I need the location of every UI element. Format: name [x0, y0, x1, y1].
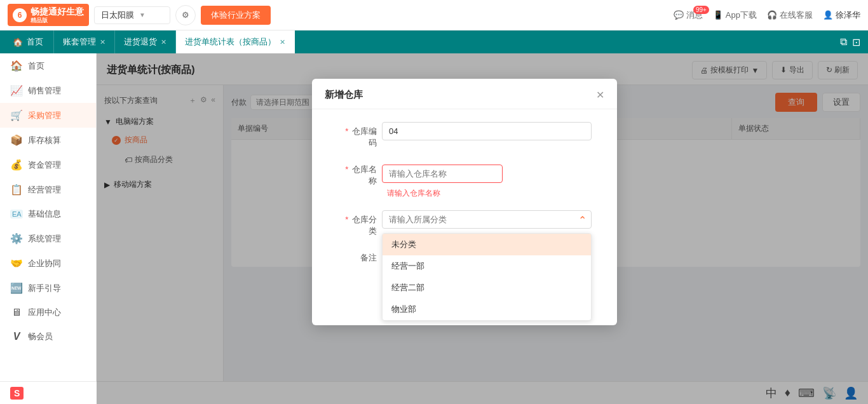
add-warehouse-dialog: 新增仓库 ✕ * 仓库编码 * 仓库名称 请输入仓库名称 *	[312, 79, 617, 325]
bottom-logo: S	[10, 387, 24, 400]
inventory-icon: 📦	[10, 134, 23, 146]
dropdown-item-dept1[interactable]: 经营一部	[383, 255, 591, 277]
system-icon: ⚙️	[10, 232, 23, 245]
sidebar-sales-label: 销售管理	[28, 85, 61, 97]
tab-home[interactable]: 🏠 首页	[3, 30, 54, 53]
tab-accounts[interactable]: 账套管理 ✕	[54, 30, 115, 53]
online-service-label: 在线客服	[780, 10, 813, 21]
tab-stats-close[interactable]: ✕	[280, 38, 285, 46]
bottom-s-icon: S	[10, 387, 24, 400]
sidebar-finance-label: 资金管理	[28, 159, 61, 171]
sidebar-item-operation[interactable]: 📋 经营管理	[0, 177, 96, 202]
form-item-code: * 仓库编码	[337, 122, 592, 149]
sidebar: 🏠 首页 📈 销售管理 🛒 采购管理 📦 库存核算 💰 资金管理 📋 经营管理 …	[0, 53, 97, 404]
category-input[interactable]	[382, 210, 592, 229]
form-item-category: * 仓库分类 ⌃ 未分类 经营一部 经营二部 物业部	[337, 210, 592, 237]
topbar-right: 💬 消息 99+ 📱 App下载 🎧 在线客服 👤 徐泽华	[674, 10, 860, 21]
category-dropdown: 未分类 经营一部 经营二部 物业部	[382, 233, 592, 321]
user-menu[interactable]: 👤 徐泽华	[823, 10, 860, 21]
notification-bell[interactable]: 💬 消息 99+	[674, 10, 703, 21]
note-label: 备注	[337, 248, 382, 264]
sidebar-item-sales[interactable]: 📈 销售管理	[0, 78, 96, 103]
store-name: 日太阳膜	[101, 10, 134, 21]
category-select-wrap: ⌃ 未分类 经营一部 经营二部 物业部	[382, 210, 592, 229]
topbar: 6 畅捷通好生意 精品版 日太阳膜 ▼ ⚙ 体验行业方案 💬 消息 99+ 📱 …	[0, 0, 868, 30]
required-star: *	[345, 126, 348, 136]
code-input[interactable]	[382, 122, 592, 140]
sidebar-item-finance[interactable]: 💰 资金管理	[0, 152, 96, 177]
vip-icon: V	[10, 331, 23, 342]
sales-icon: 📈	[10, 84, 23, 97]
app-download[interactable]: 📱 App下载	[713, 10, 757, 21]
store-arrow-icon: ▼	[139, 11, 146, 18]
trial-button[interactable]: 体验行业方案	[201, 6, 271, 25]
form-item-name: * 仓库名称 请输入仓库名称	[337, 160, 592, 199]
sidebar-item-vip[interactable]: V 畅会员	[0, 325, 96, 349]
settings-icon[interactable]: ⚙	[175, 5, 196, 25]
sidebar-inventory-label: 库存核算	[28, 135, 61, 146]
nav-restore-icon[interactable]: ⧉	[840, 36, 847, 48]
sidebar-item-basic[interactable]: EA 基础信息	[0, 202, 96, 226]
sidebar-vip-label: 畅会员	[28, 331, 53, 342]
home-sidebar-icon: 🏠	[10, 60, 23, 72]
tab-returns-label: 进货退货	[124, 36, 157, 48]
logo: 6 畅捷通好生意 精品版	[8, 4, 89, 27]
dialog-header: 新增仓库 ✕	[312, 79, 617, 109]
dropdown-item-property[interactable]: 物业部	[383, 299, 591, 320]
purchase-icon: 🛒	[10, 109, 23, 121]
dropdown-item-unclassified[interactable]: 未分类	[383, 234, 591, 255]
store-selector[interactable]: 日太阳膜 ▼	[94, 6, 170, 24]
sidebar-item-guide[interactable]: 🆕 新手引导	[0, 276, 96, 300]
online-service[interactable]: 🎧 在线客服	[767, 10, 813, 21]
app-download-label: App下载	[726, 10, 757, 21]
dialog-close-button[interactable]: ✕	[596, 89, 604, 101]
sidebar-item-purchase[interactable]: 🛒 采购管理	[0, 103, 96, 128]
bell-icon: 💬	[674, 10, 684, 20]
name-error-msg: 请输入仓库名称	[337, 188, 440, 199]
nav-tabs: 🏠 首页 账套管理 ✕ 进货退货 ✕ 进货单统计表（按商品） ✕ ⧉ ⊡	[0, 30, 868, 53]
nav-fullscreen-icon[interactable]: ⊡	[852, 36, 860, 48]
tab-returns-close[interactable]: ✕	[161, 38, 166, 46]
sidebar-basic-label: 基础信息	[28, 208, 61, 220]
category-arrow-icon[interactable]: ⌃	[578, 213, 587, 226]
user-icon: 👤	[823, 10, 833, 20]
sidebar-collab-label: 企业协同	[28, 258, 61, 269]
tab-accounts-close[interactable]: ✕	[100, 38, 105, 46]
sidebar-purchase-label: 采购管理	[28, 110, 61, 121]
basic-icon: EA	[10, 210, 23, 219]
dialog-body: * 仓库编码 * 仓库名称 请输入仓库名称 * 仓库分类	[312, 109, 617, 291]
tab-home-label: 首页	[27, 36, 43, 48]
sidebar-item-home[interactable]: 🏠 首页	[0, 53, 96, 78]
sidebar-apps-label: 应用中心	[28, 307, 61, 318]
headset-icon: 🎧	[767, 10, 777, 20]
sidebar-item-system[interactable]: ⚙️ 系统管理	[0, 226, 96, 251]
nav-tabs-actions: ⧉ ⊡	[840, 36, 865, 48]
finance-icon: 💰	[10, 159, 23, 171]
name-label: * 仓库名称	[337, 160, 382, 187]
guide-icon: 🆕	[10, 282, 23, 294]
logo-icon: 6	[13, 8, 27, 22]
collab-icon: 🤝	[10, 257, 23, 269]
name-input[interactable]	[382, 165, 503, 183]
sidebar-item-inventory[interactable]: 📦 库存核算	[0, 128, 96, 152]
sidebar-item-apps[interactable]: 🖥 应用中心	[0, 300, 96, 325]
required-star2: *	[345, 165, 348, 174]
tab-stats-label: 进货单统计表（按商品）	[185, 36, 276, 48]
dialog-title: 新增仓库	[325, 89, 363, 101]
logo-main: 畅捷通好生意	[31, 6, 84, 17]
apps-icon: 🖥	[10, 307, 23, 318]
operation-icon: 📋	[10, 184, 23, 196]
dropdown-item-dept2[interactable]: 经营二部	[383, 277, 591, 299]
category-label: * 仓库分类	[337, 210, 382, 237]
tab-returns[interactable]: 进货退货 ✕	[115, 30, 176, 53]
sidebar-home-label: 首页	[28, 60, 44, 72]
sidebar-guide-label: 新手引导	[28, 283, 61, 294]
logo-text: 畅捷通好生意 精品版	[31, 6, 84, 24]
app-icon: 📱	[713, 10, 723, 20]
code-label: * 仓库编码	[337, 122, 382, 149]
tab-accounts-label: 账套管理	[63, 36, 96, 48]
sidebar-item-collab[interactable]: 🤝 企业协同	[0, 251, 96, 276]
tab-stats[interactable]: 进货单统计表（按商品） ✕	[176, 30, 295, 53]
required-star3: *	[345, 215, 348, 224]
home-icon: 🏠	[13, 37, 23, 47]
